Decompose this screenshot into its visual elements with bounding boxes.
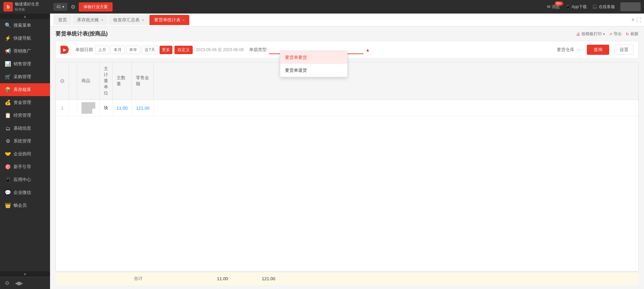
tab-home[interactable]: 首页 xyxy=(53,15,72,25)
export-icon: ↗ xyxy=(609,32,612,37)
chevron-down-icon: ▾ xyxy=(62,4,64,9)
tab-close-all-icon[interactable]: × xyxy=(631,17,635,23)
tab-inventory-batch[interactable]: 库存批次账 × xyxy=(72,15,108,25)
sidebar-item-wechat[interactable]: 💬 企业微信 xyxy=(0,186,50,199)
page-content: 要货单统计表(按商品) 🖨 按模板打印 ▾ ↗ 导出 ↻ 刷新 xyxy=(50,26,644,289)
date-btn-7days[interactable]: 近7天 xyxy=(142,46,158,54)
dropdown-item-yaohuodantuihuo[interactable]: 要货单退货 xyxy=(280,64,347,77)
top-header: b 畅捷通好生意 标准版 41 ▾ ⚙ 体验行业方案 ✉ 消息 99+ 📱 Ap… xyxy=(0,0,644,14)
sales-icon: 📊 xyxy=(5,61,11,67)
settings-bottom-icon[interactable]: ⚙ xyxy=(5,280,9,286)
date-btn-more[interactable]: 更多 xyxy=(160,46,172,54)
type-filter-dropdown-icon[interactable]: ▲ xyxy=(365,47,370,52)
sidebar-item-sales[interactable]: 📊 销售管理 xyxy=(0,58,50,70)
refresh-icon: ↻ xyxy=(626,32,629,37)
table-cell-no2 xyxy=(69,100,77,116)
tab-sales-summary-close[interactable]: × xyxy=(142,18,144,22)
table-section: ⚙ 商品 主计量单位 主数量 零售金额 1 xyxy=(55,62,639,285)
brand-sub: 标准版 xyxy=(15,7,39,12)
export-label: 导出 xyxy=(614,31,622,37)
settings-icon[interactable]: ⚙ xyxy=(71,4,75,10)
sidebar-label-finance: 资金管理 xyxy=(14,99,31,106)
message-btn[interactable]: ✉ 消息 99+ xyxy=(547,4,560,10)
footer-label: 合计 xyxy=(134,275,143,282)
inventory-icon: 📦 xyxy=(5,87,11,93)
table-cell-goods: ████ ███ xyxy=(77,100,100,116)
online-service-btn[interactable]: 🎧 在线客服 xyxy=(592,4,615,10)
main-layout: ▲ 🔍 搜索菜单 ⚡ 快捷导航 📢 营销推广 📊 销售管理 🛒 采购管理 xyxy=(0,14,644,289)
filter-toggle-btn[interactable]: ▶ xyxy=(61,46,69,54)
marketing-icon: 📢 xyxy=(5,48,11,54)
sidebar-label-quick-nav: 快捷导航 xyxy=(14,35,31,41)
sidebar-item-inventory[interactable]: 📦 库存核算 xyxy=(0,83,50,96)
sidebar-item-members[interactable]: 👑 畅会员 xyxy=(0,199,50,212)
tab-inventory-batch-label: 库存批次账 xyxy=(77,17,99,23)
wechat-icon: 💬 xyxy=(5,190,11,196)
date-btn-this-year[interactable]: 本年 xyxy=(126,46,140,54)
tab-sales-summary[interactable]: 收发存汇总表 × xyxy=(109,15,148,25)
date-filter-group: 单据日期 上月 本月 本年 近7天 更多 自定义 2023-05-06 至 20… xyxy=(75,46,244,54)
table-cell-amount[interactable]: 121.00 xyxy=(132,100,154,116)
sidebar-items: 🔍 搜索菜单 ⚡ 快捷导航 📢 营销推广 📊 销售管理 🛒 采购管理 📦 xyxy=(0,19,50,271)
table-footer: 合计 11.00 121.00 xyxy=(55,272,639,285)
industry-button[interactable]: 体验行业方案 xyxy=(79,2,113,12)
table-cell-extra xyxy=(154,100,638,116)
sidebar-item-system[interactable]: ⚙ 系统管理 xyxy=(0,135,50,148)
tab-expand-icon[interactable]: ⛶ xyxy=(637,17,641,23)
sidebar-item-finance[interactable]: 💰 资金管理 xyxy=(0,96,50,109)
warehouse-more-icon[interactable]: ··· xyxy=(576,47,581,53)
sidebar-item-appstore[interactable]: 📱 应用中心 xyxy=(0,173,50,186)
query-button[interactable]: 查询 xyxy=(587,45,609,55)
date-btn-this-month[interactable]: 本月 xyxy=(111,46,125,54)
app-logo-icon: b xyxy=(3,2,13,12)
date-btn-custom[interactable]: 自定义 xyxy=(174,46,193,54)
tab-requisition-stats[interactable]: 要货单统计表 × xyxy=(149,15,189,25)
page-title-bar: 要货单统计表(按商品) 🖨 按模板打印 ▾ ↗ 导出 ↻ 刷新 xyxy=(55,30,639,38)
tab-inventory-batch-close[interactable]: × xyxy=(101,18,103,22)
brand-name: 畅捷通好生意 xyxy=(15,2,39,7)
header-center: 41 ▾ ⚙ 体验行业方案 xyxy=(53,2,547,12)
app-download-btn[interactable]: 📱 App下载 xyxy=(565,4,587,10)
tab-bar: 首页 库存批次账 × 收发存汇总表 × 要货单统计表 × × ⛶ xyxy=(50,14,644,26)
sidebar-item-purchase[interactable]: 🛒 采购管理 xyxy=(0,70,50,83)
sidebar-item-search[interactable]: 🔍 搜索菜单 xyxy=(0,19,50,32)
settings-button[interactable]: 设置 xyxy=(615,45,634,55)
tab-requisition-stats-close[interactable]: × xyxy=(183,18,185,22)
sidebar-item-guide[interactable]: 🎯 新手引导 xyxy=(0,160,50,173)
online-service-label: 在线客服 xyxy=(599,4,615,10)
user-avatar[interactable] xyxy=(620,2,641,11)
collapse-icon[interactable]: ◀▶ xyxy=(15,280,23,286)
store-selector[interactable]: 41 ▾ xyxy=(53,3,67,10)
sidebar-item-basic[interactable]: 🗂 基础信息 xyxy=(0,122,50,135)
message-icon: ✉ xyxy=(547,4,550,9)
sidebar-label-cooperation: 企业协同 xyxy=(14,151,31,157)
sidebar-label-wechat: 企业微信 xyxy=(14,190,31,196)
page-actions: 🖨 按模板打印 ▾ ↗ 导出 ↻ 刷新 xyxy=(576,31,639,37)
sidebar-label-operation: 经营管理 xyxy=(14,112,31,118)
guide-icon: 🎯 xyxy=(5,164,11,170)
sidebar-item-operation[interactable]: 📋 经营管理 xyxy=(0,109,50,122)
table-cell-unit: 块 xyxy=(99,100,112,116)
table-row: 1 ████ ███ 块 11.00 121.00 xyxy=(56,100,638,116)
table-header-gear[interactable]: ⚙ xyxy=(56,62,69,100)
dropdown-item-yaohuodanyaohuo[interactable]: 要货单要货 xyxy=(280,51,347,64)
type-dropdown: 要货单要货 要货单退货 xyxy=(280,51,348,77)
tab-home-label: 首页 xyxy=(58,17,67,23)
sidebar-item-quick-nav[interactable]: ⚡ 快捷导航 xyxy=(0,32,50,45)
export-btn[interactable]: ↗ 导出 xyxy=(609,31,622,37)
page-title: 要货单统计表(按商品) xyxy=(55,30,108,38)
sidebar-scroll-up[interactable]: ▲ xyxy=(0,14,50,19)
print-template-btn[interactable]: 🖨 按模板打印 ▾ xyxy=(576,31,605,37)
sidebar-item-marketing[interactable]: 📢 营销推广 xyxy=(0,45,50,58)
store-name: 41 xyxy=(56,4,61,9)
sidebar-label-marketing: 营销推广 xyxy=(14,48,31,54)
type-filter-label: 单据类型 xyxy=(249,47,267,53)
date-filter-label: 单据日期 xyxy=(75,47,93,53)
refresh-btn[interactable]: ↻ 刷新 xyxy=(626,31,639,37)
date-btn-last-month[interactable]: 上月 xyxy=(95,46,109,54)
sidebar-label-sales: 销售管理 xyxy=(14,61,31,67)
message-badge: 99+ xyxy=(555,1,563,6)
table-cell-quantity[interactable]: 11.00 xyxy=(112,100,132,116)
sidebar-item-cooperation[interactable]: 🤝 企业协同 xyxy=(0,148,50,160)
sidebar-scroll-down[interactable]: ▼ xyxy=(0,271,50,277)
